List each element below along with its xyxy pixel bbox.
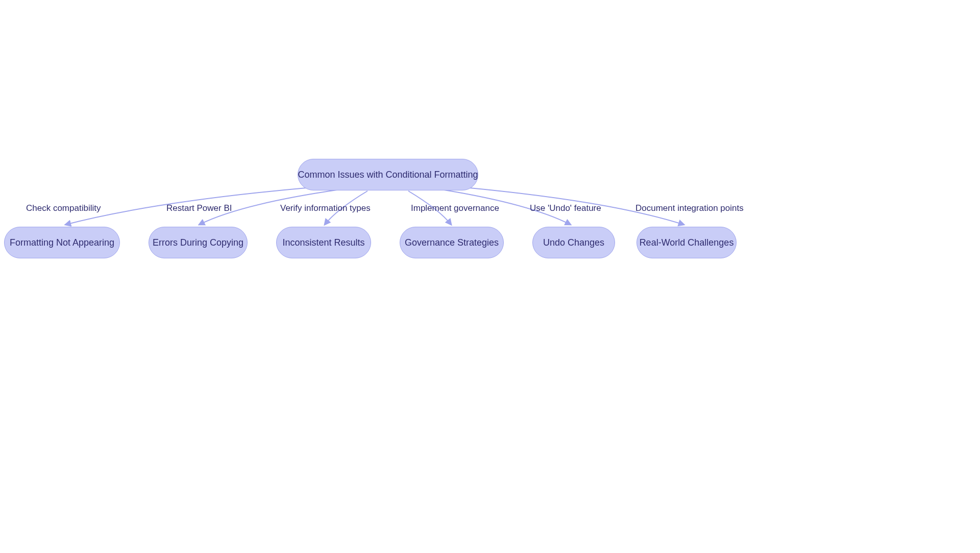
child-label-2: Errors During Copying — [153, 237, 243, 248]
edge-label-5: Use 'Undo' feature — [530, 203, 601, 213]
edge-label-3: Verify information types — [280, 203, 371, 213]
child-label-1: Formatting Not Appearing — [10, 237, 114, 248]
child-node-4[interactable]: Governance Strategies — [400, 227, 504, 258]
child-node-2[interactable]: Errors During Copying — [149, 227, 248, 258]
child-label-3: Inconsistent Results — [282, 237, 364, 248]
connectors-layer — [0, 0, 980, 553]
edge-label-4: Implement governance — [411, 203, 499, 213]
child-label-5: Undo Changes — [543, 237, 604, 248]
child-node-1[interactable]: Formatting Not Appearing — [4, 227, 120, 258]
root-node[interactable]: Common Issues with Conditional Formattin… — [298, 159, 478, 190]
child-node-6[interactable]: Real-World Challenges — [636, 227, 737, 258]
flowchart-diagram: Common Issues with Conditional Formattin… — [0, 0, 980, 553]
root-label: Common Issues with Conditional Formattin… — [298, 170, 478, 180]
edge-label-1: Check compatibility — [26, 203, 101, 213]
child-label-4: Governance Strategies — [405, 237, 499, 248]
child-label-6: Real-World Challenges — [640, 237, 734, 248]
edge-label-6: Document integration points — [635, 203, 744, 213]
child-node-5[interactable]: Undo Changes — [532, 227, 615, 258]
edge-label-2: Restart Power BI — [166, 203, 232, 213]
child-node-3[interactable]: Inconsistent Results — [276, 227, 371, 258]
